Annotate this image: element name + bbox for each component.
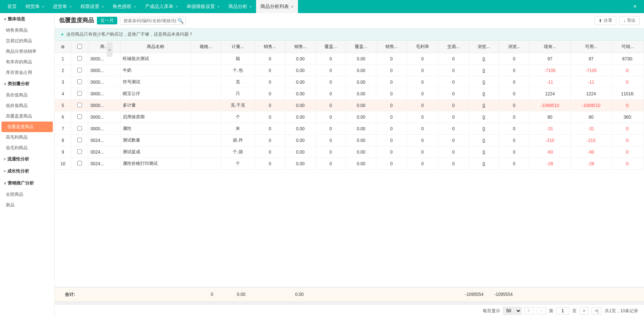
next-page-button[interactable]: > — [580, 307, 589, 314]
row-name[interactable]: 多计量 — [120, 100, 191, 111]
sidebar-item-high-margin[interactable]: 高毛利商品 — [0, 132, 54, 143]
row-checkbox[interactable] — [71, 76, 88, 88]
row-browse1[interactable]: 0 — [469, 88, 499, 100]
share-button[interactable]: ⬆ 分享 — [594, 16, 616, 25]
nav-close-icon[interactable]: × — [69, 4, 71, 9]
row-checkbox[interactable] — [71, 100, 88, 111]
per-page-select[interactable]: 50 20 100 — [503, 307, 522, 315]
prev-page-button[interactable]: < — [537, 307, 546, 314]
search-icon[interactable]: 🔍 — [177, 18, 184, 24]
row-name[interactable]: 属性 — [120, 123, 191, 135]
select-all-checkbox[interactable] — [77, 44, 82, 49]
nav-role-auth[interactable]: 角色授权 × — [108, 0, 140, 13]
sidebar-item-traded-goods[interactable]: 交易过的商品 — [0, 36, 54, 46]
sidebar-section-growth[interactable]: > 成长性分析 — [0, 165, 54, 177]
row-browse1[interactable]: 0 — [469, 135, 499, 146]
row-browse1[interactable]: 0 — [469, 123, 499, 135]
sidebar-section-marketing[interactable]: ∨ 营销推广分析 — [0, 177, 54, 189]
row-gross: 0 — [407, 158, 438, 170]
nav-close-icon[interactable]: × — [217, 4, 219, 9]
page-number-input[interactable] — [556, 307, 569, 314]
row-code: 0000... — [88, 111, 120, 123]
nav-product-analysis-list[interactable]: 商品分析列表 × — [256, 0, 298, 13]
row-sales-amt: 0.00 — [285, 88, 315, 100]
row-cov1: 0 — [315, 88, 346, 100]
nav-close-icon[interactable]: × — [102, 4, 104, 9]
sidebar-item-stocked-goods[interactable]: 有库存的商品 — [0, 57, 54, 67]
row-sales3: 0 — [376, 123, 407, 135]
nav-close-icon[interactable]: × — [250, 4, 252, 9]
row-checkbox[interactable] — [71, 88, 88, 100]
nav-close-icon[interactable]: × — [291, 4, 293, 9]
horizontal-scrollbar[interactable] — [55, 301, 644, 304]
row-name[interactable]: 符号测试 — [120, 76, 191, 88]
col-sales3: 销售... — [376, 41, 407, 53]
table-wrapper[interactable]: ⚙ 商... 商品名称 规格... 计量... 销售... 销售... 覆盖..… — [55, 41, 644, 287]
nav-home[interactable]: 首页 — [3, 0, 21, 13]
nav-close-icon[interactable]: × — [134, 4, 136, 9]
col-settings[interactable]: ⚙ — [55, 41, 71, 53]
nav-purchase-order[interactable]: 进货单 × — [48, 0, 76, 13]
time-filter-button[interactable]: 近一月 — [97, 17, 117, 24]
row-name[interactable]: 属性价格打印测试 — [120, 158, 191, 170]
sidebar-collapse-button[interactable]: « — [107, 42, 113, 57]
export-button[interactable]: ↓ 导出 — [619, 16, 640, 25]
nav-close-icon[interactable]: × — [176, 4, 178, 9]
nav-permissions[interactable]: 权限设置 × — [76, 0, 108, 13]
window-close-button[interactable]: × — [629, 3, 641, 10]
row-browse1[interactable]: 0 — [469, 100, 499, 111]
row-current: 1224 — [529, 88, 570, 100]
row-browse1[interactable]: 0 — [469, 158, 499, 170]
row-checkbox[interactable] — [71, 158, 88, 170]
row-browse1[interactable]: 0 — [469, 65, 499, 76]
sidebar-section-overall[interactable]: ∨ 整体信息 — [0, 13, 54, 25]
sidebar-item-low-margin[interactable]: 低毛利商品 — [0, 143, 54, 153]
row-name[interactable]: 旺辅批次测试 — [120, 53, 191, 65]
row-checkbox[interactable] — [71, 53, 88, 65]
row-available: -7105 — [570, 65, 612, 76]
first-page-button[interactable]: K — [525, 307, 534, 314]
row-trans: 0 — [438, 111, 468, 123]
row-num: 3 — [55, 76, 71, 88]
settings-icon[interactable]: ⚙ — [61, 44, 65, 49]
row-browse1[interactable]: 0 — [469, 76, 499, 88]
nav-product-entry[interactable]: 产成品入库单 × — [141, 0, 182, 13]
table-row: 1 0000... 旺辅批次测试 箱 0 0.00 0 0.00 0 0 0 0… — [55, 53, 644, 65]
row-browse1[interactable]: 0 — [469, 111, 499, 123]
sidebar-item-new-goods[interactable]: 新品 — [0, 200, 54, 210]
row-checkbox[interactable] — [71, 146, 88, 158]
row-checkbox[interactable] — [71, 135, 88, 146]
row-name[interactable]: 测试提成 — [120, 146, 191, 158]
row-browse1[interactable]: 0 — [469, 146, 499, 158]
search-input[interactable] — [120, 17, 186, 25]
row-name[interactable]: 启用保质期 — [120, 111, 191, 123]
row-checkbox[interactable] — [71, 111, 88, 123]
row-gross: 0 — [407, 146, 438, 158]
sidebar-item-high-value[interactable]: 高价值商品 — [0, 90, 54, 100]
sidebar-item-all-goods[interactable]: 全部商品 — [0, 189, 54, 200]
row-name[interactable]: 牛奶 — [120, 65, 191, 76]
footer-current: -1095554 — [460, 290, 489, 298]
nav-template-settings[interactable]: 单据模板设置 × — [182, 0, 224, 13]
row-checkbox[interactable] — [71, 65, 88, 76]
row-browse2: 0 — [499, 53, 529, 65]
nav-sales-order[interactable]: 销货单 × — [21, 0, 48, 13]
sidebar-item-low-coverage[interactable]: 低覆盖度商品 — [1, 122, 53, 132]
row-spec — [191, 111, 221, 123]
sidebar-item-high-coverage[interactable]: 高覆盖度商品 — [0, 111, 54, 122]
sidebar-item-inventory-fund[interactable]: 库存资金占用 — [0, 67, 54, 78]
row-current: 80 — [529, 111, 570, 123]
row-name[interactable]: 测试数量 — [120, 135, 191, 146]
info-banner: ✦ 这些商品只有很少客户购买过，是推广不够，还是商品本身问题？ — [55, 28, 644, 41]
nav-product-analysis[interactable]: 商品分析 × — [224, 0, 256, 13]
row-name[interactable]: 眠宝公仔 — [120, 88, 191, 100]
row-checkbox[interactable] — [71, 123, 88, 135]
sidebar-item-sales-goods[interactable]: 销售类商品 — [0, 25, 54, 36]
sidebar-section-category[interactable]: ∨ 类别量分析 — [0, 78, 54, 90]
row-browse1[interactable]: 0 — [469, 53, 499, 65]
sidebar-item-low-value[interactable]: 低价值商品 — [0, 100, 54, 111]
nav-close-icon[interactable]: × — [42, 4, 44, 9]
sidebar-item-category-turnover[interactable]: 商品分类动销率 — [0, 46, 54, 57]
last-page-button[interactable]: >| — [592, 307, 602, 314]
sidebar-section-liquidity[interactable]: > 流通性分析 — [0, 153, 54, 165]
